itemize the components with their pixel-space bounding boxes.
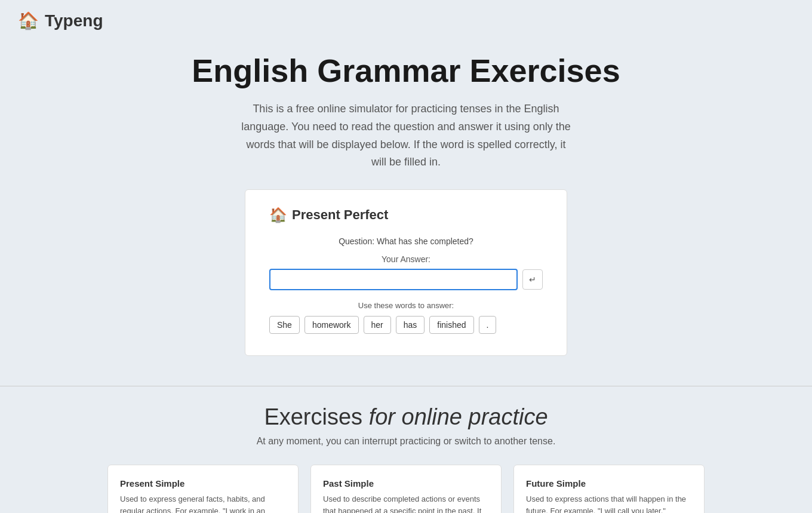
section-divider (0, 386, 812, 386)
header-title: Typeng (45, 11, 103, 30)
submit-button[interactable]: ↵ (522, 269, 543, 290)
exercises-subtitle: At any moment, you can interrupt practic… (24, 436, 788, 447)
header: 🏠 Typeng (0, 0, 812, 41)
tense-card-description: Used to express general facts, habits, a… (120, 493, 286, 513)
exercises-title-italic: for online practice (369, 404, 548, 429)
tense-card-description: Used to express actions that will happen… (526, 493, 692, 513)
tense-card: Present SimpleUsed to express general fa… (107, 465, 299, 513)
exercise-home-icon: 🏠 (269, 207, 287, 223)
question-text: What has she completed? (377, 236, 473, 246)
page-title: English Grammar Exercises (24, 53, 788, 88)
word-chip[interactable]: her (364, 316, 391, 334)
word-chips-container: Shehomeworkherhasfinished. (269, 316, 543, 334)
word-chip[interactable]: homework (304, 316, 359, 334)
tense-card-title: Present Simple (120, 478, 286, 489)
hero-description: This is a free online simulator for prac… (239, 100, 573, 171)
exercise-card-title: Present Perfect (292, 207, 388, 223)
word-chip[interactable]: finished (429, 316, 473, 334)
exercises-title: Exercises for online practice (24, 404, 788, 430)
question-label: Question: What has she completed? (269, 236, 543, 246)
tense-card-title: Past Simple (323, 478, 489, 489)
word-chip[interactable]: . (479, 316, 497, 334)
exercise-card-header: 🏠 Present Perfect (269, 207, 543, 223)
word-chip[interactable]: She (269, 316, 300, 334)
exercises-section: Exercises for online practice At any mom… (0, 404, 812, 513)
tense-card-title: Future Simple (526, 478, 692, 489)
answer-input[interactable] (269, 269, 518, 290)
answer-row: ↵ (269, 269, 543, 290)
word-chip[interactable]: has (396, 316, 425, 334)
exercises-title-regular: Exercises (264, 404, 362, 429)
answer-label: Your Answer: (269, 254, 543, 264)
tense-cards-row: Present SimpleUsed to express general fa… (24, 465, 788, 513)
tense-card-description: Used to describe completed actions or ev… (323, 493, 489, 513)
header-logo-icon: 🏠 (18, 11, 39, 30)
hero-section: English Grammar Exercises This is a free… (0, 41, 812, 362)
exercise-card: 🏠 Present Perfect Question: What has she… (245, 189, 567, 356)
tense-card: Future SimpleUsed to express actions tha… (513, 465, 705, 513)
tense-card: Past SimpleUsed to describe completed ac… (310, 465, 502, 513)
words-label: Use these words to answer: (269, 301, 543, 310)
